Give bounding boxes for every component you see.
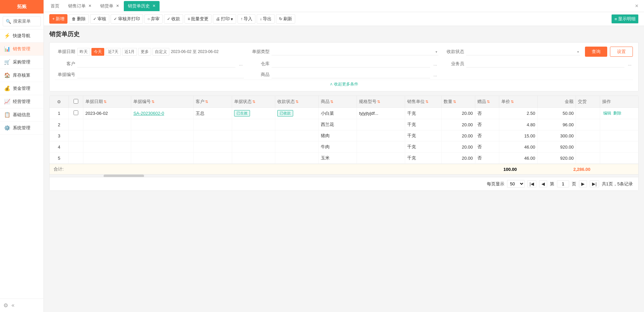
column-settings-icon[interactable]: ⚙	[57, 99, 61, 104]
row-check-cell[interactable]	[69, 141, 83, 153]
audit-button[interactable]: ✓ 审核	[90, 14, 109, 24]
goods-input[interactable]	[272, 71, 430, 78]
row-ops[interactable]	[600, 119, 638, 130]
collect-button[interactable]: ✓ 收款	[164, 14, 183, 24]
query-button[interactable]: 查询	[585, 47, 607, 57]
doctype-select[interactable]	[272, 48, 438, 55]
sidebar-item-basic-info[interactable]: 📋 基础信息	[0, 108, 44, 122]
abandon-button[interactable]: ○ 弃审	[144, 14, 163, 24]
row-code[interactable]: SA-20230602-0	[131, 108, 194, 119]
th-doc-status[interactable]: 单据状态 ⇅	[232, 96, 275, 108]
row-check-cell[interactable]	[69, 108, 83, 119]
tab-sales-history[interactable]: 销货单历史 ✕	[124, 1, 160, 11]
th-trade-label: 交货	[578, 99, 587, 104]
page-number-input[interactable]: 1	[557, 180, 569, 187]
page-next-button[interactable]: ▶	[579, 180, 587, 187]
row-ops[interactable]: 编辑删除	[600, 108, 638, 119]
new-button[interactable]: + 新增	[49, 14, 67, 24]
sidebar-item-sales-mgmt[interactable]: 📊 销售管理	[0, 43, 44, 56]
tab-sales-history-close[interactable]: ✕	[152, 4, 156, 8]
sidebar-settings-icon[interactable]: ⚙	[3, 302, 8, 309]
paystatus-select[interactable]	[466, 48, 580, 55]
row-amount: 920.00	[537, 141, 576, 153]
warehouse-input[interactable]	[272, 60, 430, 68]
date-quick-custom[interactable]: 自定义	[152, 48, 169, 56]
tab-sales-goods-close[interactable]: ✕	[116, 4, 119, 8]
filter-collapse-button[interactable]: ∧ 收起更多条件	[55, 80, 633, 87]
row-code[interactable]	[131, 141, 194, 153]
th-spec[interactable]: 规格型号 ⇅	[357, 96, 405, 108]
tab-sales-goods[interactable]: 销货单 ✕	[96, 1, 123, 11]
salesperson-input[interactable]	[466, 60, 624, 68]
goods-picker-icon[interactable]: ...	[432, 72, 439, 77]
per-page-select[interactable]: 50 100 200	[507, 180, 525, 188]
row-gift: 否	[475, 108, 499, 119]
th-settings[interactable]: ⚙	[50, 96, 69, 108]
refresh-button[interactable]: ↻ 刷新	[276, 14, 295, 24]
horizontal-scroll-area[interactable]	[50, 174, 638, 177]
th-pay-status[interactable]: 收款状态 ⇅	[275, 96, 318, 108]
th-customer[interactable]: 客户 ⇅	[194, 96, 232, 108]
th-check[interactable]	[69, 96, 83, 108]
date-quick-yesterday[interactable]: 昨天	[77, 48, 90, 56]
code-sort-icon: ⇅	[151, 100, 155, 104]
th-price[interactable]: 单价 ⇅	[499, 96, 537, 108]
window-close-button[interactable]: ✕	[632, 2, 641, 10]
export-button[interactable]: ↓ 导出	[257, 14, 275, 24]
tab-sales-order-close[interactable]: ✕	[88, 4, 91, 8]
sidebar-item-inventory[interactable]: 🏠 库存核算	[0, 69, 44, 82]
sidebar-item-finance[interactable]: 💰 资金管理	[0, 82, 44, 95]
row-date: 2023-06-02	[83, 108, 131, 119]
sidebar-collapse-icon[interactable]: «	[11, 302, 15, 309]
date-quick-1month[interactable]: 近1月	[122, 48, 137, 56]
row-ops[interactable]	[600, 130, 638, 141]
row-code[interactable]	[131, 153, 194, 164]
set-button[interactable]: 设置	[610, 47, 633, 57]
date-quick-7days[interactable]: 近7天	[106, 48, 121, 56]
tab-sales-order[interactable]: 销售订单 ✕	[64, 1, 95, 11]
sidebar-item-operations[interactable]: 📈 经营管理	[0, 95, 44, 108]
row-check-cell[interactable]	[69, 119, 83, 130]
print-button[interactable]: 🖨 打印 ▾	[213, 14, 236, 24]
th-date[interactable]: 单据日期 ⇅	[83, 96, 131, 108]
date-quick-today[interactable]: 今天	[91, 48, 104, 56]
row-ops[interactable]	[600, 141, 638, 153]
th-qty[interactable]: 数量 ⇅	[441, 96, 475, 108]
audit-print-button[interactable]: ✓ 审核并打印	[111, 14, 143, 24]
sidebar-item-quick-nav[interactable]: ⚡ 快捷导航	[0, 29, 44, 43]
delete-op-link[interactable]: 删除	[613, 111, 621, 115]
edit-op-link[interactable]: 编辑	[603, 111, 611, 115]
row-code[interactable]	[131, 130, 194, 141]
warehouse-picker-icon[interactable]: ...	[432, 61, 439, 67]
batch-change-button[interactable]: ≡ 批量变更	[185, 14, 212, 24]
th-unit[interactable]: 销售单位 ⇅	[405, 96, 441, 108]
tab-home[interactable]: 首页	[47, 1, 63, 11]
date-quick-more[interactable]: 更多	[138, 48, 151, 56]
sidebar-item-system[interactable]: ⚙️ 系统管理	[0, 122, 44, 135]
row-date	[83, 130, 131, 141]
th-goods[interactable]: 商品 ⇅	[318, 96, 357, 108]
row-code[interactable]	[131, 119, 194, 130]
row-ops[interactable]	[600, 153, 638, 164]
page-last-button[interactable]: ▶|	[590, 180, 599, 187]
th-code[interactable]: 单据编号 ⇅	[131, 96, 194, 108]
doc-code-link[interactable]: SA-20230602-0	[133, 111, 164, 116]
docno-input[interactable]	[77, 71, 244, 78]
page-prev-button[interactable]: ◀	[539, 180, 547, 187]
customer-picker-icon[interactable]: ...	[237, 61, 244, 67]
th-gift[interactable]: 赠品 ⇅	[475, 96, 499, 108]
display-detail-button[interactable]: ≡ 显示明细	[611, 14, 639, 24]
row-check-cell[interactable]	[69, 130, 83, 141]
import-button[interactable]: ↑ 导入	[237, 14, 255, 24]
row-checkbox[interactable]	[74, 110, 78, 115]
delete-button[interactable]: 🗑 删除	[69, 14, 89, 24]
select-all-checkbox[interactable]	[74, 99, 78, 104]
row-spec	[357, 153, 405, 164]
sidebar-item-purchase-mgmt[interactable]: 🛒 采购管理	[0, 56, 44, 69]
row-num: 5	[50, 153, 69, 164]
search-menu-button[interactable]: 🔍 搜索菜单	[3, 16, 41, 26]
row-check-cell[interactable]	[69, 153, 83, 164]
customer-input[interactable]	[77, 60, 235, 68]
page-first-button[interactable]: |◀	[527, 180, 536, 187]
salesperson-picker-icon[interactable]: ...	[626, 61, 633, 67]
